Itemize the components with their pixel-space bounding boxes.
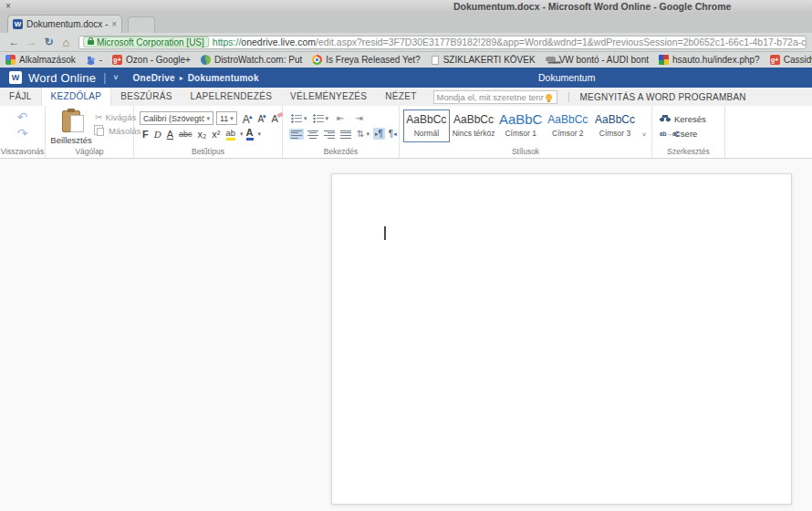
tab-close-icon[interactable]: ×	[111, 19, 117, 29]
align-right-button[interactable]	[322, 129, 337, 140]
ltr-paragraph-button[interactable]: ▸¶	[373, 128, 385, 140]
bookmark-item[interactable]: hsauto.hu/index.php?	[659, 55, 760, 65]
style-heading3[interactable]: AaBbCc Címsor 3	[592, 110, 639, 142]
font-group: Calibri (Szövegtör: ▾ 11 ▾ A▴ A▾ A F D A…	[134, 106, 283, 158]
font-size-select[interactable]: 11 ▾	[216, 111, 237, 125]
justify-icon	[340, 130, 351, 139]
distrowatch-icon	[201, 55, 211, 65]
italic-button[interactable]: D	[154, 128, 161, 141]
bookmark-item[interactable]: g+ Ozon - Google+	[112, 55, 191, 65]
open-in-word-button[interactable]: MEGNYITÁS A WORD PROGRAMBAN	[568, 92, 746, 102]
line-spacing-button[interactable]: ⇅▾	[355, 128, 371, 140]
ev-certificate-badge[interactable]: Microsoft Corporation [US]	[83, 36, 209, 47]
font-name-value: Calibri (Szövegtör:	[143, 114, 204, 123]
clear-formatting-button[interactable]: A	[272, 112, 278, 125]
document-page[interactable]	[331, 173, 792, 505]
bookmark-item[interactable]: VW bontó - AUDI bont	[546, 55, 649, 65]
bookmark-item[interactable]: SZIKLAKERTI KÖVEK	[431, 55, 536, 65]
bookmark-item[interactable]: DistroWatch.com: Put	[201, 55, 302, 65]
bold-button[interactable]: F	[142, 128, 149, 141]
decrease-indent-button[interactable]: ⇤	[332, 112, 349, 124]
google-plus-icon: g+	[770, 55, 780, 65]
dropdown-icon: ▾	[230, 115, 234, 122]
header-divider: |	[103, 71, 106, 84]
increase-indent-button[interactable]: ⇥	[350, 112, 367, 124]
font-color-button[interactable]: A	[246, 128, 254, 141]
new-tab-button[interactable]	[128, 16, 155, 33]
forward-button[interactable]: →	[23, 36, 40, 48]
align-left-button[interactable]	[289, 129, 304, 140]
chevron-down-icon[interactable]: ˅	[113, 73, 118, 82]
shrink-font-button[interactable]: A▾	[257, 110, 265, 126]
breadcrumb-onedrive[interactable]: OneDrive	[133, 73, 175, 83]
window-title: Dokumentum.docx - Microsoft Word Online …	[453, 1, 731, 12]
align-left-icon	[291, 130, 302, 139]
tab-velemenyezes[interactable]: VÉLEMÉNYEZÉS	[281, 88, 376, 106]
bookmark-label: Is Freya Released Yet?	[326, 55, 420, 65]
strikethrough-button[interactable]: abc	[179, 128, 193, 141]
breadcrumb-folder[interactable]: Dokumentumok	[188, 73, 259, 83]
style-sample: AaBbCc	[452, 110, 496, 129]
bookmark-item[interactable]: g+ Cassidy James - Googl	[770, 55, 812, 65]
replace-icon: ab→ac	[660, 130, 671, 137]
reload-button[interactable]: ↻	[40, 36, 57, 48]
find-button[interactable]: Keresés	[660, 111, 724, 126]
back-button[interactable]: ←	[5, 36, 23, 48]
tab-lapelrendezes[interactable]: LAPELRENDEZÉS	[182, 88, 282, 106]
style-name: Címsor 2	[546, 129, 590, 138]
ribbon-tab-bar: FÁJL KEZDŐLAP BESZÚRÁS LAPELRENDEZÉS VÉL…	[0, 88, 812, 106]
binoculars-icon	[660, 115, 671, 122]
dropdown-icon[interactable]: ▾	[240, 130, 244, 138]
address-bar[interactable]: Microsoft Corporation [US] https://onedr…	[78, 36, 807, 49]
breadcrumb-separator-icon: ▸	[180, 74, 183, 82]
font-name-select[interactable]: Calibri (Szövegtör: ▾	[140, 111, 213, 125]
subscript-button[interactable]: x₂	[198, 128, 207, 141]
style-name: Nincs térköz	[452, 129, 496, 138]
style-heading1[interactable]: AaBbC Címsor 1	[497, 110, 544, 142]
align-center-icon	[307, 130, 318, 139]
redo-button[interactable]: ↷	[17, 125, 28, 141]
url-text: https://onedrive.live.com/edit.aspx?resi…	[213, 36, 807, 47]
grow-font-button[interactable]: A▴	[243, 110, 253, 126]
car-icon	[546, 57, 556, 61]
paste-button[interactable]: Beillesztés	[51, 110, 91, 145]
group-label: Visszavonás	[0, 147, 45, 156]
window-close-button[interactable]: ×	[5, 1, 11, 11]
bullet-list-button[interactable]: ▾	[289, 113, 309, 124]
bookmark-apps[interactable]: Alkalmazások	[5, 55, 76, 65]
tell-me-input[interactable]	[437, 92, 544, 102]
group-label: Bekezdés	[283, 147, 399, 156]
numbered-list-button[interactable]: ▾	[311, 113, 331, 124]
bookmark-label: VW bontó - AUDI bont	[559, 55, 649, 65]
rtl-paragraph-button[interactable]: ¶◂	[387, 128, 399, 140]
tell-me-search[interactable]	[433, 90, 557, 104]
superscript-button[interactable]: x²	[212, 128, 220, 141]
styles-gallery-expand-button[interactable]: ˅	[639, 110, 650, 142]
home-button[interactable]: ⌂	[57, 36, 75, 49]
tab-beszuras[interactable]: BESZÚRÁS	[111, 88, 181, 106]
line-spacing-icon: ⇅	[357, 129, 364, 139]
tab-kezdolap[interactable]: KEZDŐLAP	[41, 88, 112, 106]
align-center-button[interactable]	[306, 129, 320, 140]
tab-strip: W Dokumentum.docx - Micr ×	[0, 12, 812, 33]
style-heading2[interactable]: AaBbCc Címsor 2	[545, 110, 591, 142]
document-name[interactable]: Dokumentum	[538, 68, 595, 88]
dropdown-icon[interactable]: ▾	[258, 130, 262, 138]
os-titlebar: × Dokumentum.docx - Microsoft Word Onlin…	[0, 0, 812, 12]
paragraph-group: ▾ ▾ ⇤ ⇥ ⇅▾ ▸¶ ¶◂ Bekezdés	[283, 106, 400, 158]
replace-button[interactable]: ab→ac Csere	[660, 126, 724, 141]
numbered-list-icon	[313, 114, 324, 123]
tab-fajl[interactable]: FÁJL	[0, 88, 41, 106]
style-no-spacing[interactable]: AaBbCc Nincs térköz	[451, 110, 497, 142]
tab-nezet[interactable]: NÉZET	[376, 88, 425, 106]
underline-button[interactable]: A	[167, 128, 173, 141]
ribbon: ↶ ↷ Visszavonás Beillesztés ✂ Kivágás	[0, 106, 812, 159]
bookmark-label: Cassidy James - Googl	[784, 55, 812, 65]
undo-button[interactable]: ↶	[17, 109, 28, 125]
highlight-color-button[interactable]: ab	[226, 128, 236, 141]
bookmark-item[interactable]: -	[86, 55, 102, 65]
style-normal[interactable]: AaBbCc Normál	[403, 110, 450, 142]
browser-tab[interactable]: W Dokumentum.docx - Micr ×	[7, 15, 122, 33]
justify-button[interactable]	[338, 129, 353, 140]
bookmark-item[interactable]: Is Freya Released Yet?	[312, 55, 420, 65]
